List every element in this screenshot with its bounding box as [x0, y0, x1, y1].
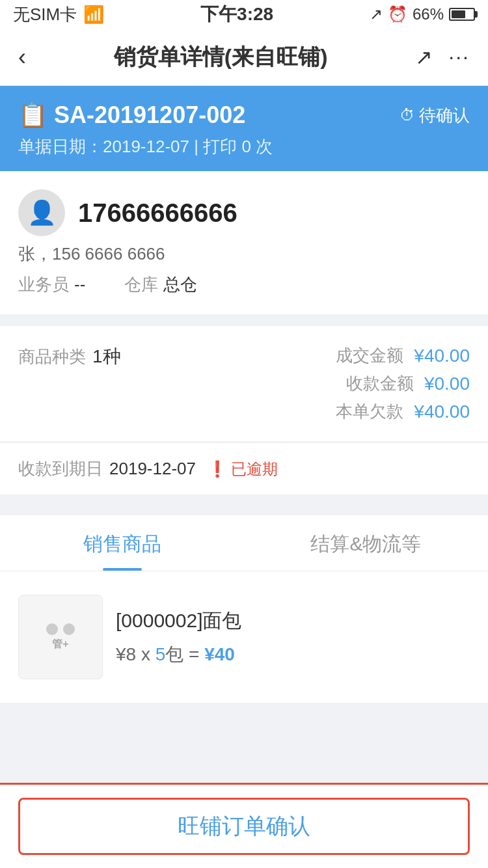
- due-date-label: 收款到期日: [18, 457, 103, 480]
- product-item-0: 管+ [0000002]面包 ¥8 x 5包 = ¥40: [18, 584, 470, 690]
- more-options-icon[interactable]: ···: [448, 45, 470, 69]
- product-type-row: 商品种类 1种: [18, 344, 121, 369]
- amount-row-2: 本单欠款 ¥40.00: [336, 400, 470, 423]
- warehouse-value: 总仓: [163, 273, 197, 296]
- order-number: 📋 SA-20191207-002: [18, 102, 245, 129]
- order-header-top: 📋 SA-20191207-002 ⏱ 待确认: [18, 102, 470, 129]
- product-price-row: ¥8 x 5包 = ¥40: [116, 642, 470, 667]
- order-print-info: 打印 0 次: [203, 137, 273, 156]
- amount-value-1: ¥0.00: [424, 373, 470, 394]
- status-bar: 无SIM卡 📶 下午3:28 ↗ ⏰ 66%: [0, 0, 488, 29]
- customer-meta-row: 业务员 -- 仓库 总仓: [18, 273, 470, 296]
- owl-eyes: [46, 623, 75, 635]
- order-number-icon: 📋: [18, 102, 47, 129]
- product-thumb-inner: 管+: [19, 595, 102, 679]
- owl-eye-left: [46, 623, 58, 635]
- product-unit: 包: [165, 644, 183, 664]
- multiply-sign: x: [141, 644, 156, 664]
- battery-fill: [452, 10, 465, 18]
- tab-sales-products[interactable]: 销售商品: [0, 515, 244, 571]
- order-number-text: SA-20191207-002: [54, 102, 245, 129]
- amount-label-2: 本单欠款: [336, 400, 403, 423]
- product-list: 管+ [0000002]面包 ¥8 x 5包 = ¥40: [0, 571, 488, 703]
- customer-row: 👤 17666666666: [18, 189, 470, 236]
- due-date-value: 2019-12-07: [109, 459, 196, 479]
- salesperson-item: 业务员 --: [18, 273, 85, 296]
- overdue-text: 已逾期: [231, 459, 278, 480]
- avatar: 👤: [18, 189, 65, 236]
- time-display: 下午3:28: [200, 2, 273, 27]
- customer-info: 张，156 6666 6666: [18, 243, 470, 265]
- nav-bar: ‹ 销货单详情(来自旺铺) ↗ ···: [0, 29, 488, 86]
- order-date-row: 单据日期：2019-12-07 | 打印 0 次: [18, 135, 470, 158]
- alarm-icon: ⏰: [388, 5, 407, 23]
- battery-icon: [449, 8, 475, 21]
- owl-eye-right: [63, 623, 75, 635]
- battery-text: 66%: [413, 5, 444, 23]
- avatar-icon: 👤: [27, 199, 57, 226]
- product-name-text: 面包: [202, 610, 241, 631]
- clock-icon: ⏱: [400, 106, 415, 124]
- amount-value-2: ¥40.00: [414, 401, 470, 422]
- owl-text: 管+: [52, 638, 68, 651]
- warehouse-item: 仓库 总仓: [124, 273, 197, 296]
- product-info: [0000002]面包 ¥8 x 5包 = ¥40: [116, 608, 470, 667]
- product-total: ¥40: [204, 644, 235, 664]
- product-code: [0000002]: [116, 610, 202, 631]
- wifi-icon: 📶: [83, 5, 104, 25]
- product-name: [0000002]面包: [116, 608, 470, 634]
- financial-amounts: 成交金额 ¥40.00 收款金额 ¥0.00 本单欠款 ¥40.00: [336, 344, 470, 423]
- product-thumbnail: 管+: [18, 595, 103, 679]
- salesperson-label: 业务员: [18, 273, 69, 296]
- amount-label-0: 成交金额: [336, 344, 403, 367]
- product-type-area: 商品种类 1种: [18, 344, 121, 369]
- status-left: 无SIM卡 📶: [13, 3, 104, 26]
- tabs-row: 销售商品 结算&物流等: [0, 515, 488, 571]
- order-date-value: 2019-12-07: [103, 137, 189, 156]
- salesperson-value: --: [74, 275, 85, 295]
- warning-icon: ❗: [208, 460, 227, 478]
- order-header-card: 📋 SA-20191207-002 ⏱ 待确认 单据日期：2019-12-07 …: [0, 86, 488, 171]
- warehouse-label: 仓库: [124, 273, 158, 296]
- share-icon[interactable]: ↗: [415, 45, 433, 70]
- order-status-text: 待确认: [419, 104, 470, 127]
- amount-row-1: 收款金额 ¥0.00: [346, 372, 470, 395]
- carrier-text: 无SIM卡: [13, 3, 77, 26]
- customer-section: 👤 17666666666 张，156 6666 6666 业务员 -- 仓库 …: [0, 171, 488, 314]
- financial-section: 商品种类 1种 成交金额 ¥40.00 收款金额 ¥0.00 本单欠款 ¥40.…: [0, 326, 488, 441]
- nav-right-actions: ↗ ···: [415, 45, 470, 70]
- tab-settlement-logistics[interactable]: 结算&物流等: [244, 515, 488, 571]
- product-type-value: 1种: [92, 344, 121, 369]
- order-status-badge: ⏱ 待确认: [400, 104, 470, 127]
- tabs-section: 销售商品 结算&物流等 管+ [0000002]面包: [0, 515, 488, 703]
- divider-2: [0, 495, 488, 505]
- customer-phone: 17666666666: [78, 198, 237, 228]
- amount-value-0: ¥40.00: [414, 346, 470, 366]
- order-date-label: 单据日期：: [18, 137, 103, 156]
- confirm-order-button[interactable]: 旺铺订单确认: [18, 798, 470, 855]
- equals-sign: =: [189, 644, 204, 664]
- divider-1: [0, 316, 488, 326]
- amount-label-1: 收款金额: [346, 372, 414, 395]
- due-date-section: 收款到期日 2019-12-07 ❗ 已逾期: [0, 442, 488, 495]
- product-price: ¥8: [116, 644, 136, 664]
- location-icon: ↗: [370, 5, 383, 23]
- overdue-badge: ❗ 已逾期: [208, 459, 278, 480]
- product-type-label: 商品种类: [18, 346, 86, 368]
- back-button[interactable]: ‹: [18, 44, 26, 71]
- page-title: 销货单详情(来自旺铺): [114, 42, 328, 72]
- confirm-button-area: 旺铺订单确认: [0, 783, 488, 868]
- amount-row-0: 成交金额 ¥40.00: [336, 344, 470, 367]
- status-right: ↗ ⏰ 66%: [370, 5, 475, 23]
- financial-inner: 商品种类 1种 成交金额 ¥40.00 收款金额 ¥0.00 本单欠款 ¥40.…: [18, 344, 470, 423]
- order-date-separator: |: [189, 137, 203, 156]
- product-qty: 5: [156, 644, 166, 664]
- owl-logo: 管+: [46, 623, 75, 651]
